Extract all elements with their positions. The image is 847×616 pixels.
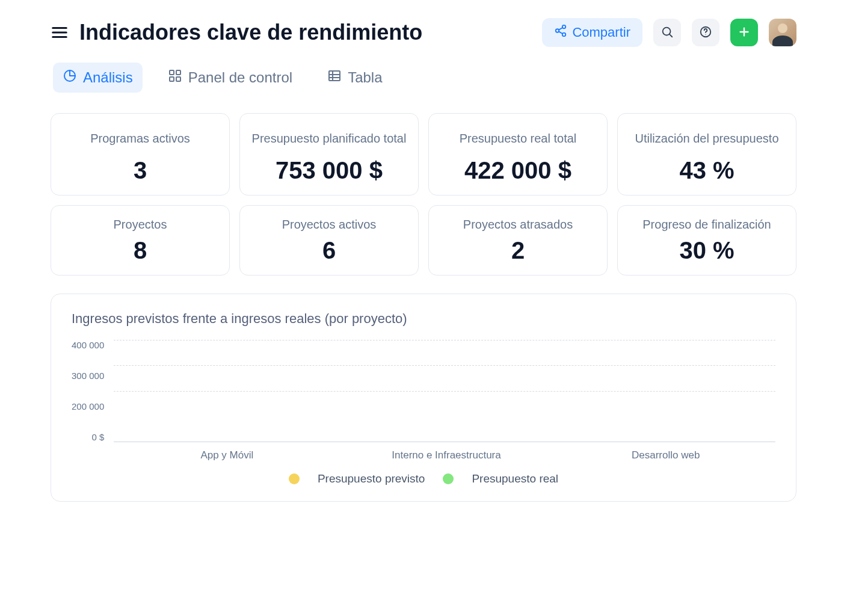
svg-point-11 [705,34,706,35]
kpi-value: 753 000 $ [247,157,411,184]
share-label: Compartir [572,25,630,40]
search-button[interactable] [653,19,681,46]
share-icon [554,24,567,41]
kpi-card-active-programs[interactable]: Programas activos 3 [51,113,230,196]
chart-pie-icon [63,69,77,87]
kpi-card-completion-progress[interactable]: Progreso de finalización 30 % [617,205,796,276]
svg-rect-14 [170,70,174,75]
table-icon [327,69,342,87]
help-button[interactable] [692,19,719,46]
y-tick: 200 000 [72,401,104,411]
y-tick: 0 $ [72,432,104,442]
legend-label-actual: Presupuesto real [472,472,558,485]
svg-line-9 [670,34,672,37]
kpi-value: 6 [247,237,411,264]
page-title: Indicadores clave de rendimiento [79,20,422,45]
view-tabs: Análisis Panel de control Tabla [51,63,796,93]
search-icon [661,25,674,40]
kpi-card-actual-budget[interactable]: Presupuesto real total 422 000 $ [428,113,608,196]
kpi-value: 43 % [625,157,789,184]
menu-icon[interactable] [51,23,69,42]
kpi-card-planned-budget[interactable]: Presupuesto planificado total 753 000 $ [239,113,419,196]
x-label: Desarrollo web [556,449,775,461]
svg-line-6 [559,28,562,30]
chart-x-axis: App y MóvilInterno e InfraestructuraDesa… [72,449,775,461]
kpi-label: Progreso de finalización [625,215,789,233]
chart-area: 400 000300 000200 0000 $ [72,340,775,442]
chart-y-axis: 400 000300 000200 0000 $ [72,340,104,442]
kpi-label: Presupuesto real total [436,123,600,153]
svg-rect-17 [176,77,180,81]
tab-table[interactable]: Tabla [318,63,392,93]
chart-card: Ingresos previstos frente a ingresos rea… [51,294,796,502]
kpi-label: Proyectos atrasados [436,215,600,233]
kpi-value: 422 000 $ [436,157,600,184]
svg-line-7 [559,31,562,34]
kpi-label: Presupuesto planificado total [247,123,411,153]
kpi-card-delayed-projects[interactable]: Proyectos atrasados 2 [428,205,608,276]
legend-swatch-actual [443,473,454,484]
avatar[interactable] [769,19,796,46]
add-button[interactable] [730,19,758,46]
y-tick: 400 000 [72,340,104,350]
kpi-label: Utilización del presupuesto [625,123,789,153]
kpi-value: 30 % [625,237,789,264]
kpi-card-active-projects[interactable]: Proyectos activos 6 [239,205,419,276]
svg-rect-15 [176,70,180,75]
kpi-value: 2 [436,237,600,264]
legend-swatch-planned [289,473,300,484]
kpi-card-budget-utilization[interactable]: Utilización del presupuesto 43 % [617,113,796,196]
svg-rect-18 [329,71,340,81]
kpi-value: 3 [58,157,222,184]
y-tick: 300 000 [72,371,104,381]
kpi-label: Programas activos [58,123,222,153]
share-button[interactable]: Compartir [542,18,642,47]
tab-dashboard[interactable]: Panel de control [158,63,302,93]
svg-rect-16 [170,77,174,81]
legend-label-planned: Presupuesto previsto [318,472,425,485]
help-icon [699,25,712,40]
chart-title: Ingresos previstos frente a ingresos rea… [72,311,775,327]
x-label: Interno e Infraestructura [337,449,556,461]
chart-legend: Presupuesto previsto Presupuesto real [72,472,775,485]
kpi-grid: Programas activos 3 Presupuesto planific… [51,113,796,276]
header: Indicadores clave de rendimiento Compart… [51,18,796,47]
plus-icon [738,25,751,40]
kpi-value: 8 [58,237,222,264]
x-label: App y Móvil [117,449,337,461]
kpi-label: Proyectos [58,215,222,233]
kpi-label: Proyectos activos [247,215,411,233]
chart-plot [114,340,775,442]
tab-analysis[interactable]: Análisis [53,63,143,93]
kpi-card-projects[interactable]: Proyectos 8 [51,205,230,276]
dashboard-icon [168,69,182,87]
